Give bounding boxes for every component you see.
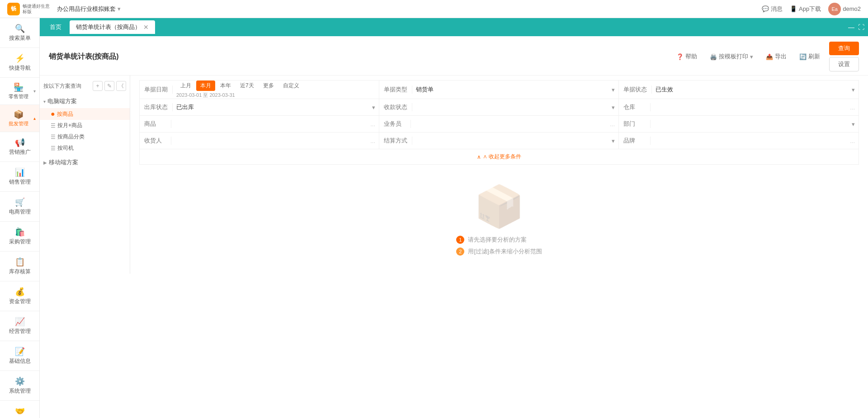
sidebar-item-finance[interactable]: 💰 资金管理: [0, 281, 39, 311]
empty-steps: 1 请先选择要分析的方案 2 用[过滤]条件来缩小分析范围: [456, 236, 542, 256]
product-value-area[interactable]: ...: [171, 121, 379, 128]
date-this-year[interactable]: 本年: [216, 81, 235, 91]
filter-row-2: 出库状态 已出库 ▾ 收款状态 ▾: [139, 99, 859, 116]
product-dots[interactable]: ...: [370, 121, 375, 128]
dept-cell: 部门 ▾: [619, 116, 859, 132]
sidebar-item-marketing[interactable]: 📢 营销推广: [0, 132, 39, 162]
page-title: 销货单统计表(按商品): [49, 52, 119, 62]
user-area[interactable]: Ea demo2: [828, 3, 861, 15]
sidebar-item-label: 快捷导航: [9, 64, 31, 72]
date-this-month[interactable]: 本月: [196, 81, 215, 91]
panel-add-btn[interactable]: +: [93, 81, 103, 91]
sidebar-item-wholesale[interactable]: 📦 批发管理 ▴: [0, 105, 39, 132]
brand-cell: 品牌 ...: [619, 133, 859, 149]
receiver-dots[interactable]: ...: [370, 138, 375, 144]
sidebar-item-operations[interactable]: 📈 经营管理: [0, 311, 39, 341]
brand-dots[interactable]: ...: [850, 138, 855, 144]
tab-report[interactable]: 销货单统计表（按商品） ✕: [70, 20, 155, 34]
tab-close-icon[interactable]: ✕: [143, 24, 149, 30]
collapse-icon: ∧: [477, 154, 481, 160]
tree-section-pc[interactable]: ▾ 电脑端方案: [40, 95, 130, 108]
app-title: 办公用品行业模拟账套: [57, 5, 116, 13]
help-btn[interactable]: ❓ 帮助: [673, 51, 701, 62]
out-status-value-area[interactable]: 已出库 ▾: [173, 103, 379, 111]
type-value: 销货单: [416, 86, 434, 94]
date-last-month[interactable]: 上月: [176, 81, 195, 91]
warehouse-label: 仓库: [619, 103, 651, 111]
tree-item-by-month-product[interactable]: ☰ 按月+商品: [40, 120, 130, 131]
warehouse-value-area[interactable]: ...: [651, 104, 859, 111]
staff-value-area[interactable]: ...: [411, 121, 618, 128]
message-btn[interactable]: 💬 消息: [762, 5, 783, 13]
date-custom[interactable]: 自定义: [279, 81, 303, 91]
sidebar-item-basic[interactable]: 📝 基础信息: [0, 341, 39, 371]
status-dropdown-icon[interactable]: ▾: [852, 86, 855, 93]
type-dropdown-icon[interactable]: ▾: [612, 86, 615, 93]
sidebar-item-search[interactable]: 🔍 搜索菜单: [0, 18, 39, 48]
receive-status-value-area[interactable]: ▾: [412, 104, 618, 111]
tree-item-by-cashier[interactable]: ☰ 按司机: [40, 142, 130, 154]
out-status-dropdown-icon[interactable]: ▾: [372, 104, 375, 111]
dept-dropdown-icon[interactable]: ▾: [852, 121, 855, 128]
warehouse-dots[interactable]: ...: [850, 104, 855, 111]
product-category-icon: ☰: [51, 134, 56, 140]
query-btn[interactable]: 查询: [829, 42, 859, 55]
sidebar: 🔍 搜索菜单 ⚡ 快捷导航 🏪 零售管理 ▾ 📦 批发管理 ▴ 📢 营销推广: [0, 18, 40, 418]
date-range: 2023-03-01 至 2023-03-31: [176, 92, 375, 99]
minimize-icon[interactable]: —: [848, 24, 854, 31]
sidebar-item-purchase[interactable]: 🛍️ 采购管理: [0, 222, 39, 252]
tree-item-by-product[interactable]: ● 按商品: [40, 108, 130, 120]
message-icon: 💬: [762, 5, 769, 12]
app-selector[interactable]: 办公用品行业模拟账套 ▾: [53, 3, 124, 15]
tree-arrow-right: ▶: [43, 160, 47, 165]
date-more[interactable]: 更多: [259, 81, 278, 91]
sidebar-item-label: 系统管理: [9, 387, 31, 395]
empty-state: 📦 1 请先选择要分析的方案 2 用[过滤]条件来缩小分析范围: [130, 165, 868, 274]
panel-collapse-btn[interactable]: 《: [116, 81, 126, 91]
by-cashier-label: 按司机: [57, 144, 74, 152]
out-status-cell: 出库状态 已出库 ▾: [140, 99, 379, 115]
refresh-btn[interactable]: 🔄 刷新: [796, 51, 824, 62]
settings-btn[interactable]: 设置: [829, 57, 859, 71]
brand-label: 品牌: [619, 137, 651, 145]
collapse-more-btn[interactable]: ∧ ∧ 收起更多条件: [139, 149, 859, 165]
sidebar-item-sales[interactable]: 📊 销售管理: [0, 162, 39, 192]
sidebar-item-ecommerce[interactable]: 🛒 电商管理: [0, 192, 39, 222]
pc-section-label: 电脑端方案: [47, 97, 77, 105]
tab-home[interactable]: 首页: [43, 20, 68, 34]
template-print-btn[interactable]: 🖨️ 按模板打印 ▾: [706, 51, 757, 62]
staff-dots[interactable]: ...: [610, 121, 615, 128]
receiver-value-area[interactable]: ...: [171, 138, 379, 144]
sidebar-item-label: 经营管理: [9, 328, 31, 335]
search-icon: 🔍: [15, 24, 25, 33]
empty-step-1: 1 请先选择要分析的方案: [456, 236, 542, 244]
basic-icon: 📝: [15, 347, 25, 356]
date-7days[interactable]: 近7天: [236, 81, 258, 91]
product-label: 商品: [140, 120, 171, 128]
payment-dropdown-icon[interactable]: ▾: [612, 138, 615, 144]
product-cell: 商品 ...: [140, 116, 379, 132]
export-btn[interactable]: 📤 导出: [762, 51, 790, 62]
date-shortcuts: 上月 本月 本年 近7天 更多 自定义: [176, 81, 375, 91]
receive-status-dropdown-icon[interactable]: ▾: [612, 104, 615, 111]
operations-icon: 📈: [15, 317, 25, 327]
topbar: 畅 畅捷通好生意 标版 办公用品行业模拟账套 ▾ 💬 消息 📱 App下载 Ea…: [0, 0, 868, 18]
tree-section-mobile[interactable]: ▶ 移动端方案: [40, 156, 130, 169]
sidebar-item-retail[interactable]: 🏪 零售管理 ▾: [0, 78, 39, 105]
sidebar-item-inventory[interactable]: 📋 库存核算: [0, 252, 39, 281]
enterprise-icon: 🤝: [15, 406, 25, 416]
payment-value-area[interactable]: ▾: [412, 138, 618, 144]
maximize-icon[interactable]: ⛶: [858, 24, 864, 31]
dept-value-area[interactable]: ▾: [651, 121, 859, 128]
tree-item-by-product-category[interactable]: ☰ 按商品分类: [40, 131, 130, 142]
sidebar-item-system[interactable]: ⚙️ 系统管理: [0, 371, 39, 401]
app-download-btn[interactable]: 📱 App下载: [790, 5, 821, 13]
sidebar-item-quicknav[interactable]: ⚡ 快捷导航: [0, 48, 39, 78]
panel-edit-btn[interactable]: ✎: [104, 81, 114, 91]
status-value-area[interactable]: 已生效 ▾: [652, 86, 859, 94]
sidebar-item-enterprise[interactable]: 🤝 企业协同: [0, 401, 39, 418]
date-cell: 单据日期 上月 本月 本年 近7天 更多 自定义: [140, 81, 379, 99]
empty-illustration: 📦: [474, 183, 524, 230]
brand-value-area[interactable]: ...: [651, 138, 859, 144]
type-value-area[interactable]: 销货单 ▾: [412, 86, 618, 94]
